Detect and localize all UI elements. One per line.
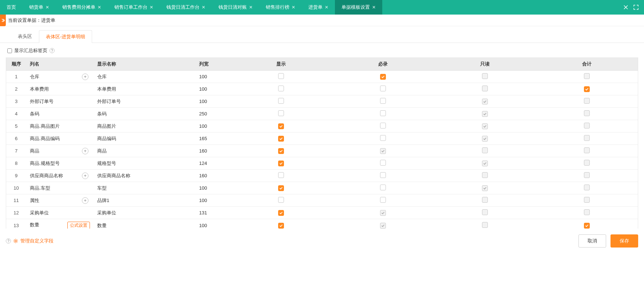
table-row[interactable]: 10商品.车型车型100 [6,182,638,194]
table-row[interactable]: 5商品.商品图片商品图片100 [6,120,638,132]
checkbox[interactable] [278,172,284,178]
cell-display-name[interactable]: 供应商商品名称 [94,170,195,182]
add-icon[interactable]: + [82,197,88,204]
save-button[interactable]: 保存 [611,234,638,248]
close-icon[interactable]: ✕ [150,5,153,10]
expand-handle[interactable] [0,15,6,26]
cell-width[interactable]: 165 [195,132,230,145]
top-tab[interactable]: 销货单✕ [23,0,56,15]
checkbox[interactable] [278,210,284,216]
current-setting-label: 当前设置单据：进货单 [6,17,55,24]
cell-display-name[interactable]: 车型 [94,182,195,194]
checkbox[interactable] [278,185,284,191]
add-icon[interactable]: + [82,173,88,179]
top-tab[interactable]: 钱货日清对账✕ [212,0,259,15]
table-row[interactable]: 9供应商商品名称+供应商商品名称160 [6,170,638,182]
table-row[interactable]: 2本单费用本单费用100 [6,83,638,95]
checkbox[interactable] [380,197,386,203]
formula-button[interactable]: 公式设置 [67,222,90,229]
cell-display-name[interactable]: 商品图片 [94,120,195,132]
close-icon[interactable]: ✕ [372,5,376,10]
table-row[interactable]: 3外部订单号外部订单号100 [6,95,638,108]
cell-width[interactable]: 100 [195,182,230,194]
checkbox[interactable] [278,197,284,203]
cell-width[interactable]: 100 [195,194,230,207]
top-tab-label: 销售排行榜 [266,4,289,11]
cell-display-name[interactable]: 品牌1 [94,194,195,207]
cell-width[interactable]: 160 [195,170,230,182]
table-row[interactable]: 1仓库+仓库100 [6,71,638,83]
top-tab[interactable]: 单据模板设置✕ [335,0,382,15]
cell-width[interactable]: 100 [195,219,230,229]
top-tab[interactable]: 销售费用分摊单✕ [56,0,108,15]
cell-display-name[interactable]: 规格型号 [94,157,195,170]
footer-help-icon[interactable]: ? [6,238,11,244]
cell-width[interactable]: 160 [195,145,230,157]
checkbox[interactable] [278,161,284,166]
cell-display-name[interactable]: 本单费用 [94,83,195,95]
cell-width[interactable]: 100 [195,83,230,95]
checkbox[interactable] [584,86,590,92]
table-row[interactable]: 12采购单位采购单位131 [6,207,638,219]
checkbox[interactable] [278,98,284,104]
cell-display-name[interactable]: 条码 [94,108,195,120]
table-row[interactable]: 6商品.商品编码商品编码165 [6,132,638,145]
checkbox[interactable] [278,123,284,129]
show-summary-checkbox[interactable] [7,48,12,53]
top-tab[interactable]: 钱货日清工作台✕ [160,0,212,15]
checkbox[interactable] [380,185,386,190]
help-icon[interactable]: ? [50,48,55,53]
checkbox[interactable] [278,110,284,116]
cancel-button[interactable]: 取消 [578,234,606,248]
cell-width[interactable]: 250 [195,108,230,120]
checkbox[interactable] [380,123,386,128]
checkbox[interactable] [278,223,284,229]
cell-display-name[interactable]: 外部订单号 [94,95,195,108]
checkbox[interactable] [584,223,590,229]
checkbox[interactable] [380,172,386,178]
cell-display-name[interactable]: 仓库 [94,71,195,83]
checkbox[interactable] [380,135,386,141]
cell-display-name[interactable]: 商品编码 [94,132,195,145]
top-tab[interactable]: 首页 [0,0,23,15]
manage-custom-fields-link[interactable]: 管理自定义字段 [20,238,54,244]
table-row[interactable]: 4条码条码250 [6,108,638,120]
top-tab[interactable]: 销售排行榜✕ [259,0,302,15]
top-tab[interactable]: 进货单✕ [302,0,335,15]
checkbox[interactable] [380,110,386,116]
close-all-icon[interactable] [623,4,629,10]
fullscreen-icon[interactable] [633,4,639,10]
checkbox[interactable] [380,74,386,80]
checkbox[interactable] [278,86,284,91]
cell-width[interactable]: 131 [195,207,230,219]
close-icon[interactable]: ✕ [46,5,49,10]
top-tab[interactable]: 销售订单工作台✕ [108,0,160,15]
table-row[interactable]: 13数量公式设置数量100 [6,219,638,229]
checkbox[interactable] [380,98,386,104]
checkbox[interactable] [380,86,386,91]
checkbox [482,123,488,129]
close-icon[interactable]: ✕ [249,5,253,10]
section-tab[interactable]: 表头区 [11,30,39,43]
add-icon[interactable]: + [82,148,88,154]
close-icon[interactable]: ✕ [98,5,101,10]
table-row[interactable]: 7商品+商品160 [6,145,638,157]
add-icon[interactable]: + [82,74,88,80]
checkbox[interactable] [278,136,284,142]
cell-width[interactable]: 100 [195,120,230,132]
close-icon[interactable]: ✕ [202,5,205,10]
cell-display-name[interactable]: 商品 [94,145,195,157]
cell-display-name[interactable]: 采购单位 [94,207,195,219]
table-row[interactable]: 8商品.规格型号规格型号124 [6,157,638,170]
close-icon[interactable]: ✕ [325,5,328,10]
checkbox[interactable] [278,148,284,154]
section-tab[interactable]: 表体区-进货单明细 [39,30,92,43]
checkbox[interactable] [380,160,386,166]
cell-display-name[interactable]: 数量 [94,219,195,229]
cell-width[interactable]: 124 [195,157,230,170]
cell-width[interactable]: 100 [195,71,230,83]
table-row[interactable]: 11属性+品牌1100 [6,194,638,207]
close-icon[interactable]: ✕ [292,5,295,10]
cell-width[interactable]: 100 [195,95,230,108]
checkbox[interactable] [278,73,284,79]
